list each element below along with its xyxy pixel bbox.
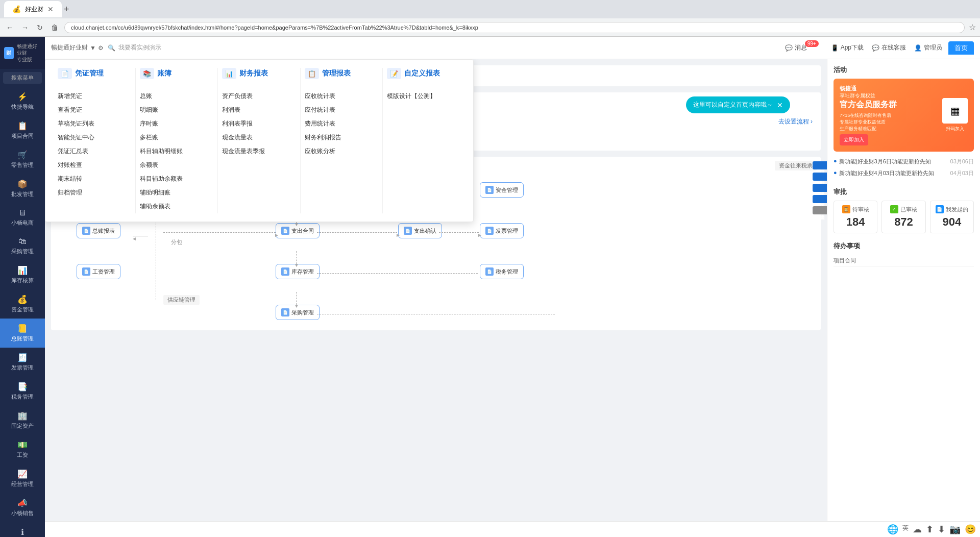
sidebar-item-wholesale-mgmt[interactable]: 📦 批发管理 [0,174,45,203]
dropdown-item-reconcile[interactable]: 对账检查 [58,158,131,172]
tab-label: 好业财 [25,5,43,14]
bottom-icon-emoji[interactable]: 😊 [965,524,976,535]
mgmt-report-header: 📋 管理报表 [305,68,378,83]
approval-card-approved[interactable]: ✓ 已审核 872 [881,201,925,233]
sidebar-item-marketing[interactable]: 📣 小畅销售 [0,493,45,522]
dashed-arrow-6 [317,273,478,274]
sidebar-item-account[interactable]: 📒 总账管理 [0,319,45,348]
bottom-icon-eng[interactable]: 英 [902,524,909,535]
home-tab[interactable]: 首页 [948,41,974,55]
flow-node-ledger-report[interactable]: 📄 总账报表 [77,223,120,238]
activity-banner-small: 7×15在线咨询随时有售后专属社群专业权益优质生产服务精准匹配 [840,112,897,132]
dropdown-item-view-voucher[interactable]: 查看凭证 [58,103,131,117]
dropdown-item-general-ledger[interactable]: 总账 [140,89,213,103]
approved-num: 872 [886,215,921,229]
flow-node-fund-mgmt[interactable]: 📄 资金管理 [480,182,524,198]
approval-card-my-submit[interactable]: 📄 我发起的 904 [930,201,974,233]
dropdown-item-income-quarterly[interactable]: 利润表季报 [222,117,296,131]
tooltip-text: 这里可以自定义首页内容哦～ [693,101,773,109]
topbar-search[interactable]: 🔍 我要看实例演示 [108,43,779,52]
settings-topbar-icon[interactable]: ⚙ [98,44,104,52]
sidebar-item-fund[interactable]: 💰 资金管理 [0,289,45,319]
dropdown-item-balance-sheet[interactable]: 资产负债表 [222,89,296,103]
ledger-header-icon: 📚 [140,68,154,79]
dropdown-item-balance[interactable]: 余额表 [140,158,213,172]
dropdown-item-cashflow-quarterly[interactable]: 现金流量表季报 [222,144,296,158]
dropdown-item-period-end[interactable]: 期末结转 [58,172,131,186]
tooltip-close-btn[interactable]: ✕ [777,101,783,109]
dropdown-item-detail-ledger[interactable]: 明细账 [140,103,213,117]
sidebar-item-label: 固定资产 [11,422,34,430]
bottom-icon-camera[interactable]: 📷 [949,524,961,535]
bottom-icon-lang[interactable]: 🌐 [887,524,898,535]
voucher-header: 📄 凭证管理 [58,68,131,83]
dropdown-item-profit-report[interactable]: 财务利润报告 [305,131,378,144]
dropdown-item-aux-detail[interactable]: 辅助明细账 [140,186,213,200]
dropdown-item-subject-aux-balance[interactable]: 科目辅助余额表 [140,172,213,186]
mgmt-report-header-icon: 📋 [305,68,319,79]
dropdown-item-draft-voucher[interactable]: 草稿凭证列表 [58,117,131,131]
active-tab[interactable]: 💰 好业财 ✕ [4,1,62,17]
approval-card-pending[interactable]: ⏳ 待审核 184 [834,201,877,233]
bookmark-icon[interactable]: ☆ [969,22,976,32]
dropdown-item-template-design[interactable]: 模版设计【公测】 [387,89,461,103]
dropdown-item-subject-aux-detail[interactable]: 科目辅助明细账 [140,144,213,158]
dropdown-item-sequence-ledger[interactable]: 序时账 [140,117,213,131]
dropdown-item-payable-stats[interactable]: 应付统计表 [305,103,378,117]
sidebar-item-fixed-assets[interactable]: 🏢 固定资产 [0,406,45,435]
tab-close-btn[interactable]: ✕ [47,5,54,13]
news-item-2[interactable]: ● 新功能|好业财4月03日功能更新抢先知 04月03日 [834,167,974,179]
sidebar-item-invoice[interactable]: 🧾 发票管理 [0,348,45,377]
bottom-icon-download[interactable]: ⬇ [938,524,945,535]
sidebar-item-ops[interactable]: 📈 经营管理 [0,464,45,493]
todo-item-project-contract[interactable]: 项目合同 [834,255,974,267]
logo-text: 畅捷通好业财专业版 [17,43,41,63]
app-download-btn[interactable]: 📱 App下载 [831,43,864,52]
msg-btn[interactable]: 💬 消息 99+ [785,43,823,52]
sidebar-item-ecommerce[interactable]: 🖥 小畅电商 [0,203,45,232]
set-flow-btn[interactable]: 去设置流程 › [778,117,813,126]
delete-btn[interactable]: 🗑 [49,22,60,33]
search-menu-btn[interactable]: 搜索菜单 [3,72,42,84]
dropdown-item-smart-voucher[interactable]: 智能凭证中心 [58,131,131,144]
refresh-btn[interactable]: ↻ [35,22,45,33]
flow-node-tax-mgmt[interactable]: 📄 税务管理 [480,264,524,279]
topbar-left: 暢捷通好业财 ▼ ⚙ 🔍 我要看实例演示 [51,43,779,52]
online-service-btn[interactable]: 💬 在线客服 [872,43,906,52]
user-btn[interactable]: 👤 管理员 [914,43,942,52]
sidebar-item-salary[interactable]: 💵 工资 [0,435,45,464]
sidebar-item-basic-info[interactable]: ℹ 基础信息 [0,522,45,537]
address-input[interactable] [64,22,965,33]
bottom-icon-cloud[interactable]: ☁ [913,524,922,535]
dropdown-item-income-stmt[interactable]: 利润表 [222,103,296,117]
new-tab-btn[interactable]: + [64,4,69,15]
flow-node-invoice-mgmt[interactable]: 📄 发票管理 [480,223,524,238]
dropdown-item-new-voucher[interactable]: 新增凭证 [58,89,131,103]
activity-qr-code: ▦ [942,98,968,124]
back-btn[interactable]: ← [4,22,15,33]
sidebar-item-retail-mgmt[interactable]: 🛒 零售管理 [0,145,45,174]
dropdown-item-expense-stats[interactable]: 费用统计表 [305,117,378,131]
bottom-icon-upload[interactable]: ⬆ [926,524,934,535]
dropdown-item-archive[interactable]: 归档管理 [58,186,131,200]
sidebar-item-inventory[interactable]: 📊 库存核算 [0,260,45,289]
sidebar-item-label: 库存核算 [11,277,34,284]
dropdown-item-cashflow[interactable]: 现金流量表 [222,131,296,144]
fund-mgmt-icon: 📄 [485,186,494,194]
activity-join-btn[interactable]: 立即加入 [840,134,868,145]
sidebar-item-tax[interactable]: 📑 税务管理 [0,377,45,406]
flow-node-salary-mgmt[interactable]: 📄 工资管理 [77,264,120,279]
dropdown-arrow-icon[interactable]: ▼ [90,44,96,52]
dropdown-item-receivable-analysis[interactable]: 应收账分析 [305,144,378,158]
sidebar-item-quick-nav[interactable]: ⚡ 快捷导航 [0,87,45,116]
dropdown-item-multi-col[interactable]: 多栏账 [140,131,213,144]
sidebar-item-project-contract[interactable]: 📋 项目合同 [0,116,45,145]
sidebar-item-purchase[interactable]: 🛍 采购管理 [0,232,45,260]
news-item-1[interactable]: ● 新功能|好业财3月6日功能更新抢先知 03月06日 [834,156,974,167]
forward-btn[interactable]: → [19,22,31,33]
dropdown-item-voucher-summary[interactable]: 凭证汇总表 [58,144,131,158]
flow-node-expense-confirm[interactable]: 📄 支出确认 [398,223,442,238]
dropdown-item-aux-balance[interactable]: 辅助余额表 [140,200,213,213]
dropdown-item-receivable-stats[interactable]: 应收统计表 [305,89,378,103]
fixed-assets-icon: 🏢 [17,411,28,421]
